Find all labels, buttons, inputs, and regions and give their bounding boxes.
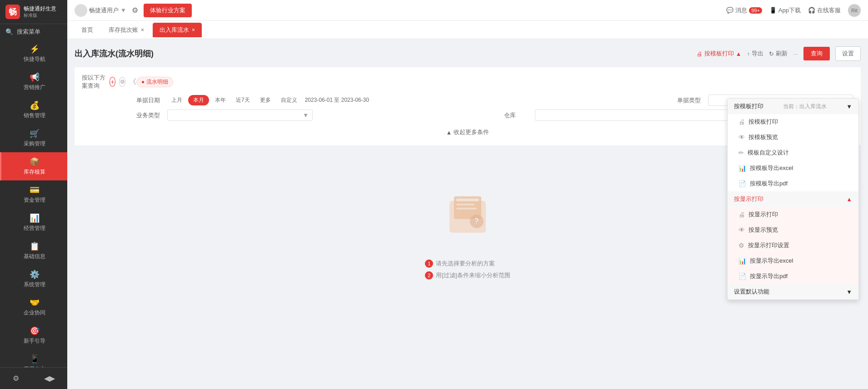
sidebar-item-label: 销售管理 — [24, 112, 45, 120]
filter-settings-button[interactable]: ⚙ — [119, 77, 125, 87]
sidebar-toggle-icon[interactable]: ◀▶ — [40, 372, 59, 384]
quick-nav-icon: ⚡ — [30, 44, 40, 54]
collapse-up-icon: ▲ — [446, 129, 452, 136]
user-avatar — [75, 4, 87, 17]
more-actions-icon[interactable]: ··· — [793, 50, 798, 57]
dropdown-section-header-display-print[interactable]: 按显示打印▲ — [728, 191, 858, 207]
refresh-btn[interactable]: ↻ 刷新 — [769, 50, 788, 58]
template-custom-icon: ✏ — [738, 149, 744, 156]
print-template-btn[interactable]: 🖨 按模板打印 ▲ — [697, 50, 742, 58]
dropdown-item-template-custom[interactable]: ✏模板自定义设计 — [728, 145, 858, 160]
step-text: 用[过滤]条件来缩小分析范围 — [436, 271, 510, 279]
dropdown-chevron-icon: ▼ — [120, 7, 126, 14]
svg-rect-3 — [456, 204, 474, 205]
sidebar-settings-icon[interactable]: ⚙ — [9, 372, 23, 384]
svg-rect-4 — [456, 208, 477, 209]
tab-close-icon[interactable]: × — [192, 27, 195, 33]
logo-icon: 畅 — [5, 5, 20, 19]
dropdown-section-default-settings: 设置默认功能▼ — [728, 284, 858, 299]
sidebar-item-label: 资金管理 — [24, 196, 45, 204]
sidebar-item-enterprise[interactable]: 🤝企业协同 — [0, 293, 67, 321]
step-text: 请先选择要分析的方案 — [436, 259, 495, 268]
date-btn-更多[interactable]: 更多 — [256, 95, 275, 105]
date-btn-本年[interactable]: 本年 — [211, 95, 230, 105]
section-current: 当前：出入库流水 — [783, 103, 827, 110]
date-btn-上月[interactable]: 上月 — [167, 95, 186, 105]
sidebar-item-quick-nav[interactable]: ⚡快捷导航 — [0, 40, 67, 68]
print-icon: 🖨 — [697, 50, 703, 57]
date-btn-近7天[interactable]: 近7天 — [232, 95, 254, 105]
sidebar-item-marketing[interactable]: 📢营销推广 — [0, 68, 67, 96]
user-dropdown[interactable]: 畅捷通用户 ▼ — [75, 4, 126, 17]
sidebar-item-label: 系统管理 — [24, 281, 45, 289]
sidebar-item-label: 企业协同 — [24, 309, 45, 317]
app-download-label: App下载 — [778, 6, 801, 15]
apps-icon: 📱 — [30, 354, 40, 364]
export-btn[interactable]: ↑ 导出 — [747, 50, 764, 58]
empty-step-1: 1请先选择要分析的方案 — [425, 259, 510, 268]
user-avatar-right[interactable]: Rit — [848, 4, 861, 17]
export-label: 导出 — [752, 50, 763, 58]
empty-steps: 1请先选择要分析的方案2用[过滤]条件来缩小分析范围 — [425, 259, 510, 283]
biz-type-chevron: ▼ — [303, 112, 309, 119]
message-item[interactable]: 💬 消息 99+ — [726, 6, 762, 15]
date-btn-本月[interactable]: 本月 — [188, 95, 209, 105]
online-service-item[interactable]: 🎧 在线客服 — [808, 6, 841, 15]
dropdown-section-header-template-print[interactable]: 按模板打印当前：出入库流水▼ — [728, 99, 858, 114]
dropdown-item-template-print-item[interactable]: 🖨按模板打印 — [728, 114, 858, 130]
template-export-pdf-icon: 📄 — [738, 180, 746, 187]
display-print-item-icon: 🖨 — [738, 211, 745, 218]
sidebar-item-apps[interactable]: 📱应用中心 — [0, 349, 67, 367]
sidebar-item-label: 快捷导航 — [24, 55, 45, 63]
display-preview-icon: 👁 — [738, 226, 745, 234]
tab-home[interactable]: 首页 — [75, 23, 100, 37]
filter-collapse-icon[interactable]: 《 — [129, 77, 136, 87]
dropdown-item-template-export-excel[interactable]: 📊按模板导出excel — [728, 160, 858, 176]
tab-close-icon[interactable]: × — [141, 27, 144, 33]
app-download-item[interactable]: 📱 App下载 — [769, 6, 801, 15]
refresh-icon: ↻ — [769, 50, 774, 57]
tab-batch-account[interactable]: 库存批次账× — [102, 23, 151, 37]
page-title: 出入库流水(流水明细) — [75, 48, 154, 59]
sidebar-bottom: ⚙ ◀▶ — [0, 367, 67, 389]
tab-flow[interactable]: 出入库流水× — [153, 23, 202, 37]
sidebar-item-guide[interactable]: 🎯新手引导 — [0, 321, 67, 349]
logo-subtitle: 标准版 — [24, 12, 56, 19]
user-name: 畅捷通用户 — [89, 6, 119, 15]
dropdown-item-display-print-settings[interactable]: ⚙按显示打印设置 — [728, 238, 858, 253]
step-num-icon: 1 — [425, 259, 433, 268]
dropdown-item-display-export-excel[interactable]: 📊按显示导出excel — [728, 253, 858, 269]
sidebar-item-purchase[interactable]: 🛒采购管理 — [0, 124, 67, 152]
sidebar-item-system[interactable]: ⚙️系统管理 — [0, 265, 67, 293]
biz-type-select[interactable]: ▼ — [167, 110, 313, 121]
dropdown-item-display-preview[interactable]: 👁按显示预览 — [728, 222, 858, 238]
sidebar-item-operations[interactable]: 📊经营管理 — [0, 209, 67, 237]
display-print-settings-icon: ⚙ — [738, 242, 744, 249]
query-button[interactable]: 查询 — [803, 47, 830, 60]
date-btn-自定义[interactable]: 自定义 — [277, 95, 301, 105]
purchase-icon: 🛒 — [30, 129, 40, 139]
filter-label: 按以下方案查询 — [82, 74, 106, 90]
sidebar-item-inventory[interactable]: 📦库存核算 — [0, 152, 67, 180]
sidebar-item-basic[interactable]: 📋基础信息 — [0, 237, 67, 265]
date-field: 单据日期 上月本月本年近7天更多自定义 2023-06-01 至 2023-06… — [136, 95, 369, 105]
filter-add-button[interactable]: + — [110, 77, 116, 87]
message-badge: 99+ — [749, 7, 762, 14]
header: 畅捷通用户 ▼ ⚙ 体验行业方案 💬 消息 99+ 📱 App下载 🎧 在线客服… — [67, 0, 868, 21]
sidebar-search[interactable]: 🔍 搜索菜单 — [0, 24, 67, 40]
settings-button[interactable]: 设置 — [835, 46, 861, 61]
header-settings-icon[interactable]: ⚙ — [132, 6, 138, 15]
trial-button[interactable]: 体验行业方案 — [144, 4, 192, 17]
print-chevron-up-icon: ▲ — [736, 50, 742, 57]
dropdown-item-template-preview[interactable]: 👁按模板预览 — [728, 130, 858, 145]
message-icon: 💬 — [726, 7, 733, 14]
sidebar-item-finance[interactable]: 💳资金管理 — [0, 180, 67, 209]
dropdown-section-header-default-settings[interactable]: 设置默认功能▼ — [728, 284, 858, 299]
filter-tag: ● 流水明细 — [136, 77, 173, 87]
sidebar-item-sales[interactable]: 💰销售管理 — [0, 96, 67, 124]
dropdown-item-display-print-item[interactable]: 🖨按显示打印 — [728, 207, 858, 222]
dropdown-item-display-export-pdf[interactable]: 📄按显示导出pdf — [728, 269, 858, 284]
dropdown-section-display-print: 按显示打印▲🖨按显示打印👁按显示预览⚙按显示打印设置📊按显示导出excel📄按显… — [728, 191, 858, 284]
dropdown-item-template-export-pdf[interactable]: 📄按模板导出pdf — [728, 176, 858, 191]
dropdown-item-label: 模板自定义设计 — [748, 149, 789, 157]
